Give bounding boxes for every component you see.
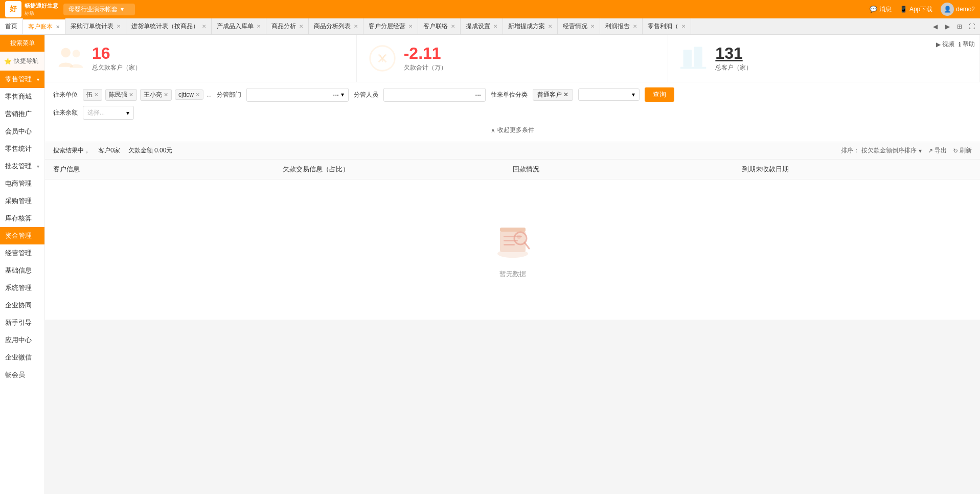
tab-customer-layer[interactable]: 客户分层经营 ✕ xyxy=(363,18,418,35)
balance-select[interactable]: 选择... ▾ xyxy=(83,106,134,120)
filter-tag-cjttcw[interactable]: cjttcw ✕ xyxy=(175,89,203,100)
sidebar-item-enterprise-wechat[interactable]: 企业微信 xyxy=(0,349,44,366)
export-btn[interactable]: ↗ 导出 xyxy=(928,146,947,155)
close-tab-product-instock[interactable]: ✕ xyxy=(257,24,261,29)
sidebar-item-sys-mgmt[interactable]: 系统管理 xyxy=(0,279,44,297)
sidebar-item-ecommerce-mgmt[interactable]: 电商管理 xyxy=(0,175,44,192)
close-tab-raise-settings[interactable]: ✕ xyxy=(493,24,497,29)
stat-number-customers: 16 xyxy=(92,45,141,61)
sidebar-item-retail-stats[interactable]: 零售统计 xyxy=(0,140,44,158)
sidebar-search[interactable]: 搜索菜单 xyxy=(0,35,44,52)
person-select[interactable]: ··· xyxy=(383,88,486,102)
tab-raise-settings[interactable]: 提成设置 ✕ xyxy=(461,18,503,35)
sidebar-menu: 零售管理 ▾ 零售商城 营销推广 会员中心 零售统计 批发管理 ▾ 电商管理 xyxy=(0,71,44,494)
close-tab-retail-profit[interactable]: ✕ xyxy=(681,24,686,29)
video-btn[interactable]: ▶ 视频 xyxy=(936,40,954,49)
sidebar-item-capital-mgmt[interactable]: 资金管理 xyxy=(0,227,44,244)
table-header-repayment: 回款情况 xyxy=(513,165,742,174)
person-label: 分管人员 xyxy=(354,91,378,99)
tab-product-instock[interactable]: 产成品入库单 ✕ xyxy=(212,18,266,35)
stat-label-customers: 总欠款客户（家） xyxy=(92,63,141,72)
close-tab-product-analysis[interactable]: ✕ xyxy=(299,24,303,29)
sidebar-item-app-center[interactable]: 应用中心 xyxy=(0,331,44,349)
sort-option: 按欠款金额倒序排序 xyxy=(861,146,917,155)
tab-expand-btn[interactable]: ⊞ xyxy=(954,21,965,32)
app-download-btn[interactable]: 📱 App下载 xyxy=(900,5,932,14)
close-tab-customer-account[interactable]: ✕ xyxy=(56,24,60,30)
sidebar-item-purchase-mgmt[interactable]: 采购管理 xyxy=(0,192,44,210)
sidebar-item-new-guide[interactable]: 新手引导 xyxy=(0,314,44,331)
sidebar-item-enterprise-collab[interactable]: 企业协同 xyxy=(0,297,44,314)
table-header-customer: 客户信息 xyxy=(53,165,283,174)
filter-tag-chen[interactable]: 陈民强 ✕ xyxy=(105,89,137,101)
chevron-icon: ▾ xyxy=(37,77,39,82)
sort-select[interactable]: 排序： 按欠款金额倒序排序 ▾ xyxy=(841,146,922,155)
tab-product-analysis[interactable]: 商品分析 ✕ xyxy=(266,18,309,35)
tab-biz-status[interactable]: 经营情况 ✕ xyxy=(558,18,600,35)
sidebar-item-inventory[interactable]: 库存核算 xyxy=(0,210,44,227)
category-tag[interactable]: 普通客户 ✕ xyxy=(533,89,573,101)
filter-more-btn[interactable]: ... xyxy=(207,91,212,98)
customer-count: 客户0家 xyxy=(98,146,120,155)
help-btn[interactable]: ℹ 帮助 xyxy=(959,40,975,49)
stat-block-debt: ¥ -2.11 欠款合计（万） xyxy=(357,35,669,82)
sidebar-item-base-info[interactable]: 基础信息 xyxy=(0,262,44,279)
tab-product-analysis-list[interactable]: 商品分析列表 ✕ xyxy=(309,18,363,35)
remove-tag-cjttcw[interactable]: ✕ xyxy=(195,92,200,98)
logo-icon: 好 xyxy=(5,1,21,17)
tab-purchase-order[interactable]: 采购订单统计表 ✕ xyxy=(65,18,126,35)
sidebar-quick-nav[interactable]: ⭐ 快捷导航 xyxy=(0,54,44,69)
category-select[interactable]: ▾ xyxy=(578,88,640,101)
collapse-btn[interactable]: ∧ 收起更多条件 xyxy=(53,124,972,137)
refresh-btn[interactable]: ↻ 刷新 xyxy=(953,146,972,155)
tab-prev-btn[interactable]: ◀ xyxy=(930,21,940,32)
tab-new-raise[interactable]: 新增提成方案 ✕ xyxy=(503,18,558,35)
close-tab-stock-stats[interactable]: ✕ xyxy=(202,24,206,29)
dept-select[interactable]: ··· ▾ xyxy=(246,88,349,102)
tab-fullscreen-btn[interactable]: ⛶ xyxy=(967,21,977,32)
remove-category-tag[interactable]: ✕ xyxy=(563,91,568,98)
tab-retail-profit[interactable]: 零售利润（ ✕ xyxy=(643,18,691,35)
remove-tag-wang[interactable]: ✕ xyxy=(164,92,168,98)
tab-stock-stats[interactable]: 进货单统计表（按商品） ✕ xyxy=(126,18,212,35)
close-tab-biz-status[interactable]: ✕ xyxy=(590,24,595,29)
stat-label-debt: 欠款合计（万） xyxy=(404,63,447,72)
query-button[interactable]: 查询 xyxy=(645,87,674,102)
messages-btn[interactable]: 💬 消息 xyxy=(870,5,892,14)
main-content: 16 总欠款客户（家） ¥ -2.11 欠款合计（万） xyxy=(45,35,980,494)
close-tab-profit-report[interactable]: ✕ xyxy=(633,24,637,29)
store-selector[interactable]: 母婴行业演示帐套 ▾ xyxy=(63,4,135,15)
sidebar-item-retail-mgmt[interactable]: 零售管理 ▾ xyxy=(0,71,44,88)
results-info: 搜索结果中， 客户0家 欠款金额 0.00元 xyxy=(53,146,172,155)
tab-customer-account[interactable]: 客户账本 ✕ xyxy=(23,18,65,35)
tab-profit-report[interactable]: 利润报告 ✕ xyxy=(600,18,643,35)
sidebar-item-member-center[interactable]: 会员中心 xyxy=(0,123,44,140)
tab-customer-contact[interactable]: 客户联络 ✕ xyxy=(418,18,461,35)
svg-rect-5 xyxy=(694,47,702,67)
close-tab-new-raise[interactable]: ✕ xyxy=(548,24,552,29)
filter-tags: 伍 ✕ 陈民强 ✕ 王小亮 ✕ cjttcw ✕ ... xyxy=(83,89,212,101)
close-tab-product-analysis-list[interactable]: ✕ xyxy=(354,24,358,29)
sidebar-item-wholesale-mgmt[interactable]: 批发管理 ▾ xyxy=(0,158,44,175)
unit-label: 往来单位 xyxy=(53,91,78,99)
filter-tag-wu[interactable]: 伍 ✕ xyxy=(83,89,102,101)
close-tab-purchase-order[interactable]: ✕ xyxy=(117,24,121,29)
sidebar-item-ops-mgmt[interactable]: 经营管理 xyxy=(0,244,44,262)
chevron-icon-wholesale: ▾ xyxy=(37,164,39,169)
sidebar-item-marketing[interactable]: 营销推广 xyxy=(0,105,44,123)
close-tab-customer-layer[interactable]: ✕ xyxy=(408,24,413,29)
remove-tag-chen[interactable]: ✕ xyxy=(129,92,133,98)
filter-tag-wang[interactable]: 王小亮 ✕ xyxy=(140,89,172,101)
sidebar-item-retail-mall[interactable]: 零售商城 xyxy=(0,88,44,105)
close-tab-customer-contact[interactable]: ✕ xyxy=(451,24,455,29)
tab-home[interactable]: 首页 xyxy=(0,18,23,35)
chevron-down-icon: ▾ xyxy=(341,91,344,98)
table-header-debt: 欠款交易信息（占比） xyxy=(283,165,512,174)
ellipsis-icon-person: ··· xyxy=(475,91,481,99)
sidebar-item-vip-member[interactable]: 畅会员 xyxy=(0,366,44,384)
stat-number-total: 131 xyxy=(715,45,752,61)
remove-tag-wu[interactable]: ✕ xyxy=(94,92,99,98)
stat-block-customers: 16 总欠款客户（家） xyxy=(45,35,357,82)
tab-next-btn[interactable]: ▶ xyxy=(942,21,952,32)
user-avatar[interactable]: 👤 demo2 xyxy=(941,3,975,16)
